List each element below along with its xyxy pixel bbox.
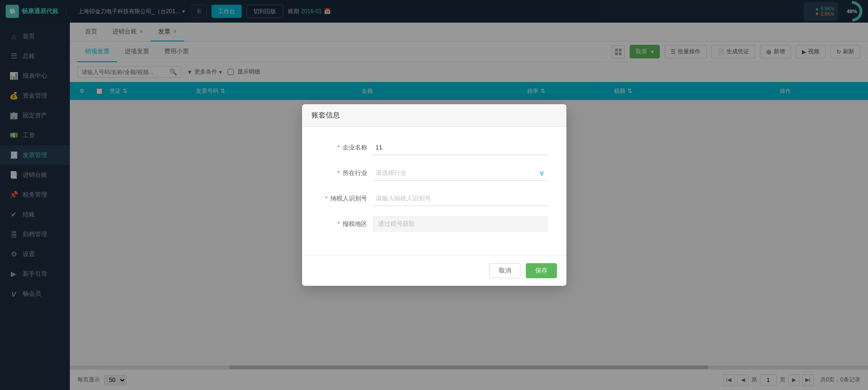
save-button[interactable]: 保存: [526, 263, 557, 278]
tax-region-placeholder: 通过税号获取: [378, 220, 415, 228]
company-name-label: * 企业名称: [321, 143, 373, 152]
required-mark: *: [325, 195, 328, 202]
cancel-button[interactable]: 取消: [489, 263, 521, 278]
tax-id-input[interactable]: [373, 191, 548, 206]
modal-header: 账套信息: [302, 104, 566, 127]
modal-footer: 取消 保存: [302, 255, 566, 286]
tax-id-label: * 纳税人识别号: [321, 194, 373, 203]
industry-label: * 所在行业: [321, 169, 373, 177]
tax-id-row: * 纳税人识别号: [321, 191, 548, 206]
modal-title: 账套信息: [312, 111, 340, 119]
industry-placeholder: 请选择行业: [376, 169, 406, 177]
tax-region-row: * 报税地区 通过税号获取: [321, 216, 548, 232]
tax-region-disabled-field: 通过税号获取: [373, 216, 548, 232]
company-name-row: * 企业名称: [321, 140, 548, 155]
account-info-modal: 账套信息 * 企业名称 * 所在行业 请选择行业 ∨: [302, 104, 566, 286]
modal-overlay[interactable]: 账套信息 * 企业名称 * 所在行业 请选择行业 ∨: [0, 0, 868, 390]
industry-dropdown-icon: ∨: [539, 168, 545, 177]
company-name-input[interactable]: [373, 140, 548, 155]
tax-region-label: * 报税地区: [321, 220, 373, 228]
required-mark: *: [337, 169, 340, 176]
industry-select[interactable]: 请选择行业 ∨: [373, 166, 548, 181]
modal-body: * 企业名称 * 所在行业 请选择行业 ∨ *: [302, 127, 566, 255]
required-mark: *: [337, 144, 340, 151]
industry-row: * 所在行业 请选择行业 ∨: [321, 166, 548, 181]
required-mark: *: [337, 220, 340, 227]
